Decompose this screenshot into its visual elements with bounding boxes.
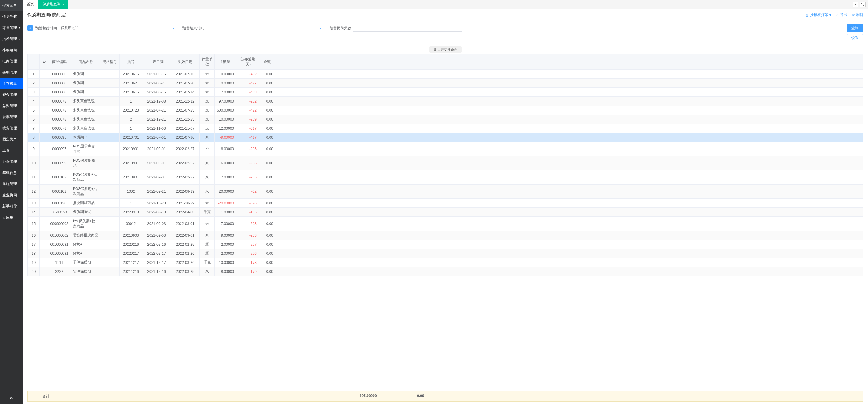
th-settings[interactable]: ⚙ [40,54,49,70]
sidebar-item-1[interactable]: 快捷导航 [0,11,23,22]
sidebar-item-15[interactable]: 基础信息 [0,167,23,179]
cell-empty [276,70,863,79]
filter-start-select[interactable]: 保质期过半 ∨ [59,24,176,32]
sidebar-item-11[interactable]: 税务管理 [0,123,23,134]
table-row[interactable]: 120000102POS保质期+批次商品10022022-02-212022-0… [28,185,863,199]
cell-empty [276,231,863,240]
sidebar-item-14[interactable]: 经营管理 [0,156,23,167]
sidebar-item-5[interactable]: 电商管理 [0,56,23,67]
cell-batch: 20210701 [120,133,142,142]
expand-more-button[interactable]: ⇊ 展开更多条件 [429,46,462,53]
cell-batch: 20220310 [120,208,142,217]
sidebar-item-label: 总账管理 [2,103,17,108]
table-row[interactable]: 15000900002test保质期+批次商品000122021-09-0320… [28,217,863,231]
th-name[interactable]: 商品名称 [70,54,100,70]
th-batch[interactable]: 批号 [120,54,142,70]
th-spec[interactable]: 规格型号 [100,54,120,70]
table-row[interactable]: 90000097POS显示库存异常202109012021-09-012022-… [28,142,863,156]
cell-gear [40,79,49,88]
th-unit[interactable]: 计量单位 [199,54,215,70]
footer-qty: 695.00000 [344,394,377,399]
sidebar-item-6[interactable]: 采购管理 [0,67,23,78]
cell-pdate: 2021-11-03 [142,124,171,133]
table-row[interactable]: 191111子件保质期202112172021-12-172022-03-26千… [28,258,863,267]
th-pdate[interactable]: 生产日期 [142,54,171,70]
filter-end-select[interactable]: ∨ [206,25,323,31]
table-row[interactable]: 130000130批次测试商品12021-10-202021-10-29米-20… [28,199,863,208]
tab-shelf-life-query[interactable]: 保质期查询 × [38,0,68,9]
th-edate[interactable]: 失效日期 [171,54,199,70]
sidebar-item-18[interactable]: 新手引导 [0,201,23,212]
chevron-down-icon: ∨ [170,26,176,30]
table-row[interactable]: 80000095保质期11202107012021-07-012021-07-3… [28,133,863,142]
sidebar-item-7[interactable]: 库存核算◂ [0,78,23,89]
sidebar-item-16[interactable]: 系统管理 [0,179,23,190]
sidebar-item-0[interactable]: 搜索菜单 [0,0,23,11]
cell-spec [100,142,120,156]
table-row[interactable]: 100000099POS保质期商品202109012021-09-012022-… [28,156,863,170]
table-row[interactable]: 60000078多头真色玫瑰22021-12-212021-12-25支10.0… [28,115,863,124]
refresh-button[interactable]: ⟳ 刷新 [852,12,863,18]
table-row[interactable]: 18001000031鲜奶A202202172022-02-172022-02-… [28,249,863,258]
th-amt[interactable]: 金额 [260,54,276,70]
cell-unit: 支 [199,97,215,106]
cell-name: 多头真色玫瑰 [70,115,100,124]
fullscreen-icon[interactable]: ⛶ [860,2,866,7]
sidebar-item-10[interactable]: 发票管理 [0,112,23,123]
export-button[interactable]: ↗ 导出 [836,12,847,18]
sidebar-item-8[interactable]: 资金管理 [0,89,23,100]
close-icon[interactable]: × [62,3,64,6]
search-button[interactable]: 查询 [847,24,863,32]
cell-edate: 2022-02-26 [171,249,199,258]
cell-gear [40,217,49,231]
table-row[interactable]: 20000060保质期202106212021-06-212021-07-20米… [28,79,863,88]
cell-index: 6 [28,115,40,124]
sidebar-item-2[interactable]: 零售管理▾ [0,22,23,33]
sidebar-settings[interactable]: ⚙ [0,393,23,404]
gear-icon: ⚙ [42,60,46,64]
table-row[interactable]: 1400-00150保质期测试202203102022-03-102022-04… [28,208,863,217]
sidebar-item-9[interactable]: 总账管理 [0,100,23,112]
reset-button[interactable]: 设置 [847,34,863,42]
cell-pdate: 2021-06-15 [142,88,171,97]
table-row[interactable]: 70000078多头真色玫瑰12021-11-032021-11-07支12.0… [28,124,863,133]
table-row[interactable]: 110000102POS保质期+批次商品202109012021-09-0120… [28,170,863,185]
sidebar-item-19[interactable]: 云应用 [0,212,23,223]
table-row[interactable]: 202222父件保质期202112162021-12-162022-03-25米… [28,267,863,276]
cell-empty [276,185,863,199]
table-row[interactable]: 50000078多头真色玫瑰202107232021-07-212021-07-… [28,106,863,115]
th-code[interactable]: 商品编码 [49,54,70,70]
table-row[interactable]: 10000060保质期202106162021-06-162021-07-15米… [28,70,863,79]
cell-qty: 2.00000 [215,249,237,258]
tab-home[interactable]: 首页 [23,0,38,9]
cell-spec [100,115,120,124]
filter-days-input[interactable] [353,25,462,32]
cell-qty: 10.00000 [215,70,237,79]
table-row[interactable]: 40000078多头真色玫瑰12021-12-082021-12-12支97.0… [28,97,863,106]
print-button[interactable]: 🖨 按模板打印 ▾ [806,12,831,18]
cell-edate: 2022-03-25 [171,267,199,276]
th-days[interactable]: 临期/逾期(天) [237,54,260,70]
cell-gear [40,185,49,199]
sidebar-item-label: 经营管理 [2,159,17,164]
sidebar-item-3[interactable]: 批发管理▾ [0,33,23,44]
cell-spec [100,156,120,170]
tab-close-all-button[interactable]: × [853,2,858,7]
sidebar-item-4[interactable]: 小畅电商 [0,44,23,56]
sidebar-item-17[interactable]: 企业协同 [0,190,23,201]
th-qty[interactable]: 主数量 [215,54,237,70]
sidebar-item-13[interactable]: 工资 [0,145,23,156]
table-row[interactable]: 17001000031鲜奶A202202162022-02-162022-02-… [28,240,863,249]
cell-qty: 97.00000 [215,97,237,106]
collapse-filters-button[interactable]: « [27,25,33,31]
table-row[interactable]: 30000060保质期202106152021-06-152021-07-14米… [28,88,863,97]
cell-unit: 瓶 [199,249,215,258]
table-row[interactable]: 16001000002雷音路批次商品202109032021-09-032022… [28,231,863,240]
cell-name: 子件保质期 [70,258,100,267]
cell-index: 9 [28,142,40,156]
footer-label: 合计 [30,394,54,399]
cell-empty [276,124,863,133]
cell-days: -282 [237,97,260,106]
chevron-down-icon: ▾ [829,13,831,17]
sidebar-item-12[interactable]: 固定资产 [0,134,23,145]
